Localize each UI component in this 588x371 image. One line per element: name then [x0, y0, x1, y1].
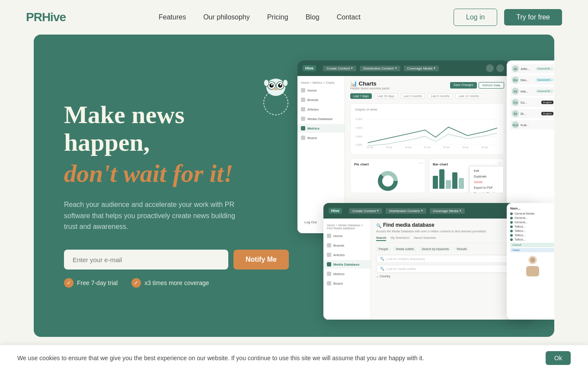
rp-dot-2: [510, 217, 513, 219]
filter-results[interactable]: Results: [454, 247, 469, 251]
nav-actions: Log in Try for free: [454, 9, 562, 26]
rp-text-5: Tafkos...: [514, 229, 526, 232]
sidebar-item-board-2[interactable]: Board: [323, 279, 371, 288]
metrics-icon: [301, 126, 305, 130]
ctx-export-pdf[interactable]: Export to PDF: [470, 185, 503, 190]
svg-point-7: [280, 84, 281, 86]
notify-button[interactable]: Notify Me: [233, 250, 289, 270]
svg-text:24 Jan: 24 Jan: [367, 146, 374, 149]
chrome-nav-dist-2: Distribution Content ▾: [386, 208, 426, 214]
svg-point-8: [273, 88, 278, 90]
ctx-duplicate[interactable]: Duplicate: [470, 174, 503, 179]
app-logo-1: Hive: [303, 65, 316, 71]
app-inner-2: Home > Media Database > Find Media datab…: [323, 219, 535, 320]
filter-outlets[interactable]: Media outlets: [393, 247, 417, 251]
nav-item-features[interactable]: Features: [159, 13, 186, 21]
badges-row: ✓ Free 7-day trial ✓ x3 times more cover…: [64, 278, 289, 288]
sidebar-item-home-2[interactable]: Home: [323, 231, 371, 240]
fmd-tab-selections[interactable]: My Selections: [390, 236, 409, 241]
brand-logo: PRHive: [26, 10, 66, 24]
refresh-data-btn[interactable]: Refresh Data: [479, 82, 504, 89]
hero-title-line1: Make news happen,: [64, 101, 289, 156]
save-changes-btn[interactable]: Save Changes: [450, 82, 477, 89]
tab-7days[interactable]: Last 7 days: [350, 93, 372, 99]
tab-6months[interactable]: Last 6 months: [428, 93, 453, 99]
try-button[interactable]: Try for free: [504, 9, 562, 25]
rp-badge-row: Cloned! Twitter: [510, 243, 554, 252]
filter-keywords[interactable]: Search by keywords: [419, 247, 451, 251]
home-icon-2: [327, 234, 331, 238]
hero-title-italic: don't wait for it!: [64, 160, 289, 187]
nav-item-contact[interactable]: Contact: [337, 13, 361, 21]
panel-badge-1: General M...: [536, 67, 553, 70]
avatar-3: ex: [512, 88, 519, 95]
check-icon-2: ✓: [131, 278, 141, 288]
line-chart: 5,000 4,000 3,000 2,000: [355, 113, 499, 152]
charts-title: 📊 Charts Hubble brand overview panel: [350, 80, 390, 90]
nav-item-blog[interactable]: Blog: [306, 13, 320, 21]
fmd-tab-search[interactable]: Search: [376, 236, 386, 241]
bottom-mini-cards: Pie chart ⋯: [350, 159, 504, 193]
app-chrome-1: Hive Create Content ▾ Distribution Conte…: [297, 60, 509, 76]
sidebar-item-brands-1[interactable]: Brands: [297, 95, 345, 104]
filter-people[interactable]: People: [376, 247, 391, 251]
chrome-nav-distribution: Distribution Content ▾: [360, 66, 400, 71]
email-input[interactable]: [64, 250, 228, 270]
media-db-icon-2: [327, 262, 331, 266]
app-chrome-2: Hive Create Content ▾ Distribution Conte…: [323, 203, 535, 219]
ctx-edit[interactable]: Edit: [470, 168, 503, 174]
sidebar-item-media-2[interactable]: Media Database: [323, 260, 371, 269]
pie-chart-card: Pie chart ⋯: [350, 159, 425, 193]
svg-rect-30: [526, 266, 539, 276]
nav-item-philosophy[interactable]: Our philosophy: [203, 13, 250, 21]
rp-item-2: General...: [510, 216, 554, 219]
user-icon: [496, 64, 504, 72]
svg-text:2,000: 2,000: [356, 143, 362, 146]
badge-trial-label: Free 7-day trial: [77, 279, 118, 286]
svg-point-9: [264, 79, 269, 86]
svg-point-31: [530, 257, 535, 263]
panel-row-6: m.a m.al...: [510, 120, 554, 130]
charts-header: 📊 Charts Hubble brand overview panel Sav…: [350, 80, 504, 90]
tab-3months[interactable]: Last 3 months: [400, 93, 425, 99]
avatar-6: m.a: [512, 121, 519, 128]
nav-item-pricing[interactable]: Pricing: [267, 13, 288, 21]
cookie-ok-button[interactable]: Ok: [546, 351, 571, 365]
rp-dot-4: [510, 225, 513, 228]
sidebar-breadcrumb-2: Home > Media Database > Find Media datab…: [323, 222, 371, 231]
svg-text:30 Jan: 30 Jan: [482, 146, 488, 149]
rp-text-2: General...: [514, 216, 528, 219]
app-logo-2: Hive: [329, 208, 342, 214]
bar-chart-menu[interactable]: ⋯: [498, 161, 502, 165]
sidebar-item-metrics-1[interactable]: Metrics: [297, 124, 345, 133]
panel-row-3: ex exa... General M...: [510, 86, 554, 96]
rp-text-1: General Media: [514, 212, 534, 215]
sidebar-item-home-1[interactable]: Home: [297, 86, 345, 95]
badge-coverage-label: x3 times more coverage: [144, 279, 209, 286]
pie-chart-menu[interactable]: ⋯: [419, 161, 423, 165]
tab-30days[interactable]: Last 30 days: [374, 93, 398, 99]
rp-dot-1: [510, 212, 513, 215]
rp-item-5: Tafkos...: [510, 229, 554, 232]
sidebar-item-articles-2[interactable]: Articles: [323, 251, 371, 259]
ctx-export-excel[interactable]: Export to Excel: [470, 190, 503, 193]
tab-12months[interactable]: Last 12 months: [455, 93, 482, 99]
login-button[interactable]: Log in: [454, 9, 498, 26]
sidebar-item-articles-1[interactable]: Articles: [297, 105, 345, 114]
svg-text:25 Jan: 25 Jan: [386, 146, 393, 149]
cookie-text: We use cookies to ensure that we give yo…: [17, 355, 424, 361]
panel-badge-5: English: [541, 112, 553, 115]
sidebar-breadcrumb-1: Home > Metrics > Charts: [297, 79, 345, 85]
panel-badge-3: General M...: [536, 89, 553, 93]
ctx-delete[interactable]: Delete: [470, 179, 503, 185]
nav-links: Features Our philosophy Pricing Blog Con…: [159, 13, 361, 21]
sidebar-item-metrics-2[interactable]: Metrics: [323, 270, 371, 278]
sidebar-item-brands-2[interactable]: Brands: [323, 241, 371, 250]
chrome-icons-1: [486, 64, 504, 72]
sidebar-item-media-1[interactable]: Media Database: [297, 114, 345, 123]
fmd-tab-saved[interactable]: Saved Searches: [414, 236, 436, 241]
chart-label: Graphic of views: [355, 108, 499, 111]
home-icon: [301, 88, 305, 92]
avatar-4: Co: [512, 99, 519, 106]
sidebar-item-board-1[interactable]: Board: [297, 133, 345, 142]
